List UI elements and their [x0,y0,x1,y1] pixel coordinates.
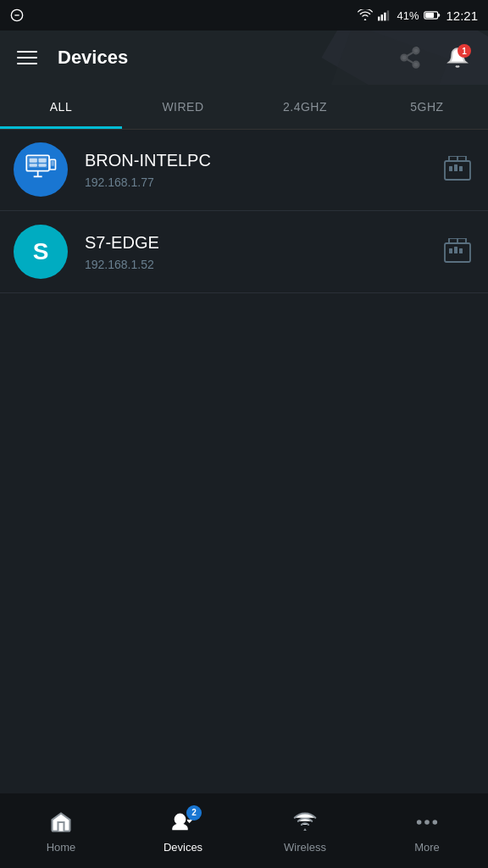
device-connection-type-bron [441,154,474,185]
wifi-icon [358,9,373,21]
bottom-nav: Home 2 Devices Wireless [0,793,488,868]
svg-point-40 [175,814,186,824]
ethernet-icon-2 [442,238,473,265]
tab-5ghz[interactable]: 5GHZ [366,85,488,129]
svg-rect-7 [438,14,441,16]
nav-icon-devices: 2 [169,809,197,836]
svg-rect-35 [459,248,463,253]
svg-point-43 [433,820,438,825]
svg-rect-5 [387,10,389,20]
more-icon [415,817,439,827]
svg-rect-26 [454,164,458,171]
status-right: 41% 12:21 [358,8,478,23]
nav-item-wireless[interactable]: Wireless [244,793,366,868]
device-ip-s7: 192.168.1.52 [85,258,441,271]
tab-all[interactable]: ALL [0,85,122,129]
nav-item-home[interactable]: Home [0,793,122,868]
status-left [10,8,24,22]
svg-rect-25 [449,166,452,171]
svg-point-11 [413,62,419,68]
header: Devices 1 [0,31,488,85]
battery-icon [424,10,441,20]
nav-label-devices: Devices [164,841,202,854]
device-name-bron: BRON-INTELPC [85,151,441,170]
svg-rect-33 [449,248,452,253]
svg-point-42 [424,820,430,825]
svg-point-10 [402,55,408,61]
notification-button[interactable]: 1 [441,41,474,75]
svg-rect-34 [454,247,458,253]
svg-rect-16 [30,159,37,163]
svg-rect-18 [30,164,37,166]
tab-wired[interactable]: WIRED [122,85,244,129]
nav-icon-more [413,809,441,836]
svg-rect-23 [52,161,54,166]
svg-rect-4 [385,13,386,21]
minus-circle-icon [10,8,24,22]
svg-rect-27 [459,166,463,171]
device-name-s7: S7-EDGE [85,233,441,253]
svg-point-9 [413,47,419,53]
svg-rect-3 [381,14,383,20]
devices-badge: 2 [186,805,202,821]
wireless-icon [293,812,317,832]
svg-rect-17 [39,159,47,163]
nav-icon-home [47,809,75,836]
ethernet-icon [442,156,473,183]
nav-item-devices[interactable]: 2 Devices [122,793,244,868]
svg-rect-2 [378,17,380,21]
device-avatar-phone: S [14,225,68,279]
pc-icon [24,153,58,186]
svg-line-13 [407,53,413,57]
device-avatar-pc [14,142,68,197]
home-icon [49,810,73,834]
share-button[interactable] [393,41,427,75]
device-info-bron: BRON-INTELPC 192.168.1.77 [85,151,441,189]
device-item[interactable]: BRON-INTELPC 192.168.1.77 [0,129,488,211]
time: 12:21 [446,8,478,23]
status-bar: 41% 12:21 [0,0,488,31]
svg-rect-19 [39,164,47,166]
header-actions: 1 [393,41,474,75]
device-connection-type-s7 [441,236,474,267]
share-icon [398,46,422,70]
signal-icon [378,9,391,21]
device-ip-bron: 192.168.1.77 [85,175,441,189]
menu-button[interactable] [14,47,41,68]
tab-2.4ghz[interactable]: 2.4GHZ [244,85,366,129]
device-list: BRON-INTELPC 192.168.1.77 S S7-EDGE 192.… [0,129,488,793]
page-title: Devices [58,47,393,69]
filter-tabs: ALL WIRED 2.4GHZ 5GHZ [0,85,488,130]
notification-badge: 1 [458,44,471,58]
nav-label-home: Home [47,841,76,854]
device-info-s7: S7-EDGE 192.168.1.52 [85,233,441,271]
battery-level: 41% [396,9,419,22]
nav-label-more: More [414,841,440,854]
svg-point-41 [417,820,422,825]
nav-label-wireless: Wireless [284,841,326,854]
nav-item-more[interactable]: More [366,793,488,868]
nav-icon-wireless [291,809,319,836]
svg-line-12 [407,59,413,64]
device-item[interactable]: S S7-EDGE 192.168.1.52 [0,211,488,293]
svg-rect-8 [426,13,435,18]
